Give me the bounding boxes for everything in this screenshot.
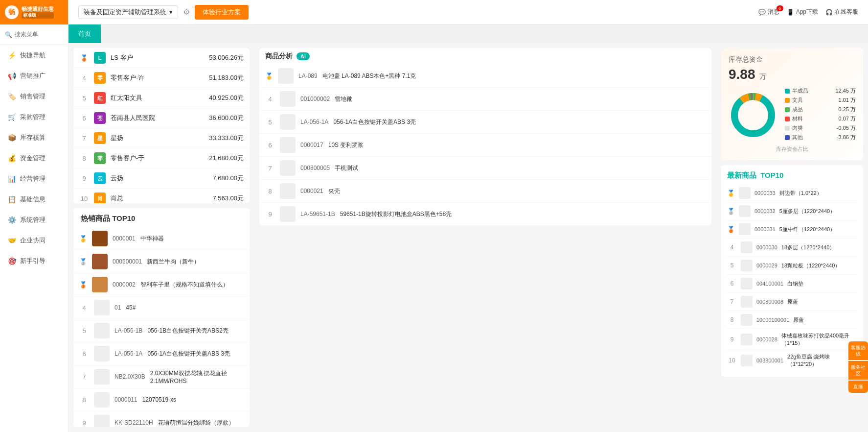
sidebar-item-collab[interactable]: 🤝 企业协同 [0,230,68,251]
mid-product-code-9: LA-59651-1B [300,211,335,217]
trial-button[interactable]: 体验行业方案 [195,5,249,20]
np-img-10 [741,355,753,366]
product-code-3: 0000002 [113,281,136,288]
product-name-1: 中华神器 [140,235,244,243]
search-menu-button[interactable]: 🔍 搜索菜单 [5,28,63,41]
new-product-row-5: 5 0000029 18颗粒板（1220*2440） [727,257,857,275]
customer-name-4: 零售客户-许 [111,73,204,82]
mid-product-img-4 [280,91,296,107]
customer-amount-8: 21,680.00元 [209,154,244,163]
new-products-header: 最新商品 TOP10 [727,171,857,180]
app-download-action[interactable]: 📱 App下载 [787,8,818,16]
tab-home[interactable]: 首页 [69,24,101,43]
product-code-1: 0000001 [113,235,136,242]
mid-product-code-6: 0000017 [300,142,323,148]
mid-product-code-8: 0000021 [300,188,323,194]
customer-avatar-3: L [94,52,106,64]
inventory-legend: 半成品 12.45 万 文具 1.01 万 成品 0.25 万 [785,87,856,143]
product-img-4 [94,300,110,315]
mid-product-img-7 [280,160,296,176]
mid-product-name-5: 056-1A白色按键开关盖ABS 3壳 [333,118,706,126]
np-name-9: 体械嘉枚味苏打饮品400毫升（1*15） [781,332,857,347]
product-name-7: 2.0X30MM双摆花轴,摆花直径2.1MM/ROHS [150,369,244,384]
np-name-5: 18颗粒板（1220*2440） [781,262,857,269]
legend-color-0 [785,89,790,94]
mid-product-row-9: 9 LA-59651-1B 59651-1B旋转投影灯电池盒ABS黑色+58壳 [259,203,711,225]
np-img-3 [739,223,751,235]
legend-item-5: 其他 -3.86 万 [785,134,856,141]
mid-product-img-1 [278,68,294,84]
np-code-3: 0000031 [754,226,776,232]
hot-products-title: 热销商品 TOP10 [73,208,250,227]
sidebar-item-marketing[interactable]: 📢 营销推广 [0,66,68,86]
np-rank-2: 🥈 [727,208,735,215]
product-code-2: 000500001 [113,258,142,265]
hot-product-row-6: 6 LA-056-1A 056-1A白色按键开关盖ABS 3壳 [73,342,250,365]
product-img-9 [94,415,110,427]
np-img-5 [741,260,753,271]
legend-item-4: 肉类 -0.05 万 [785,124,856,132]
legend-color-5 [785,135,790,140]
sidebar-item-business[interactable]: 📊 经营管理 [0,168,68,189]
sidebar-item-system[interactable]: ⚙️ 系统管理 [0,210,68,230]
search-section: 🔍 搜索菜单 [0,24,68,45]
np-rank-9: 9 [727,336,737,343]
nav-icon-sales: 🏷️ [7,92,16,101]
hot-product-row-3: 🥉 0000002 智利车子里（规格不知道填什么） [73,273,250,296]
product-img-8 [94,392,110,408]
np-code-8: 10000100001 [756,317,789,323]
np-code-2: 0000032 [754,208,776,214]
customer-name-10: 肖总 [111,194,207,203]
float-btn-community[interactable]: 服务社区 [848,361,868,380]
np-code-10: 003800001 [756,358,783,363]
hot-products-card: 热销商品 TOP10 🥇 0000001 中华神器 🥈 000500001 新西… [73,208,250,427]
np-code-6: 004100001 [756,281,783,287]
left-panel: 🥉 L LS 客户 53,006.26元 4 零 零售客户-许 51,183.0… [69,43,254,432]
product-name-2: 新西兰牛肉（新牛） [147,258,244,266]
inventory-unit: 万 [759,72,766,81]
message-icon: 💬 [758,9,766,16]
legend-item-0: 半成品 12.45 万 [785,87,856,95]
sidebar-item-inventory[interactable]: 📦 库存核算 [0,127,68,148]
new-product-row-10: 10 003800001 22g鱼豆腐·烧烤味（1*12*20） [727,350,857,371]
customer-ranking-card: 🥉 L LS 客户 53,006.26元 4 零 零售客户-许 51,183.0… [73,48,250,203]
svg-point-1 [734,96,772,134]
sidebar-item-purchase[interactable]: 🛒 采购管理 [0,107,68,127]
np-img-2 [739,205,751,217]
customer-rank-row-8: 8 零 零售客户-于 21,680.00元 [73,148,250,168]
np-rank-7: 7 [727,298,737,305]
sidebar-item-finance[interactable]: 💰 资金管理 [0,148,68,168]
system-name: 装备及固定资产辅助管理系统 [84,8,166,17]
new-product-row-3: 🥉 0000031 5厘中纤（1220*2440） [727,220,857,239]
sidebar-item-guide[interactable]: 🎯 新手引导 [0,251,68,271]
customer-name-7: 星扬 [111,134,204,143]
sidebar-item-quick-nav[interactable]: ⚡ 快捷导航 [0,45,68,66]
headset-icon: 🎧 [825,9,833,16]
settings-icon[interactable]: ⚙ [183,7,190,17]
new-product-row-1: 🥇 0000033 封边带（1.0*22） [727,184,857,202]
legend-item-2: 成品 0.25 万 [785,106,856,113]
hot-product-row-5: 5 LA-056-1B 056-1B白色按键开关壳ABS2壳 [73,319,250,342]
nav-icon-guide: 🎯 [7,257,16,265]
customer-rank-row-6: 6 苍 苍南县人民医院 36,600.00元 [73,108,250,128]
system-selector[interactable]: 装备及固定资产辅助管理系统 ▾ [78,5,178,19]
online-service-action[interactable]: 🎧 在线客服 [825,8,858,16]
mid-product-code-4: 001000002 [300,96,330,102]
sidebar-item-sales[interactable]: 🏷️ 销售管理 [0,86,68,107]
sidebar: 畅 畅捷通好生意 标准版 🔍 搜索菜单 ⚡ 快捷导航 📢 营销推广 🏷️ 销售管… [0,0,69,432]
mid-product-row-7: 7 000800005 手机测试 [259,157,711,180]
customer-name-6: 苍南县人民医院 [111,114,204,122]
mid-product-name-7: 手机测试 [335,164,706,172]
float-btn-service[interactable]: 客服热线 [848,341,868,360]
mid-product-img-6 [280,137,296,153]
analysis-badge: Ai [297,52,310,60]
chart-area: 半成品 12.45 万 文具 1.01 万 成品 0.25 万 [729,87,856,143]
np-rank-8: 8 [727,316,737,323]
brand-header: 畅 畅捷通好生意 标准版 [0,0,68,24]
product-name-9: 花语萌恒温分娩绑袋（厚款） [158,419,244,427]
np-name-6: 白钢垫 [787,280,857,288]
float-btn-live[interactable]: 直播 [848,381,868,393]
mid-product-code-7: 000800005 [300,165,330,171]
message-action[interactable]: 💬 消息 6 [758,8,779,16]
sidebar-item-basic-info[interactable]: 📋 基础信息 [0,189,68,210]
